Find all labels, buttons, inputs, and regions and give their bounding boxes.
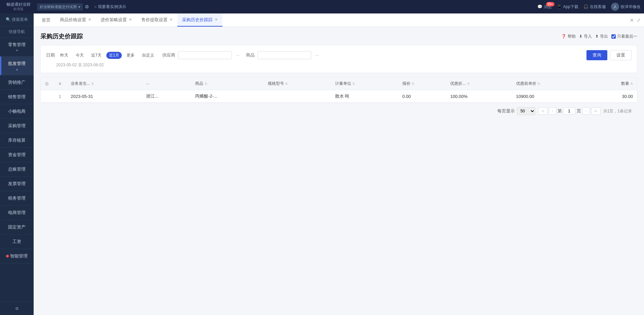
help-btn[interactable]: ❓ 帮助: [561, 34, 576, 39]
sort-icon[interactable]: ⇅: [630, 82, 633, 85]
date-btn-more[interactable]: 更多: [124, 52, 137, 59]
setting-button[interactable]: 设置: [610, 50, 632, 60]
help-label: 帮助: [568, 34, 576, 39]
row-price-cell: 0.00: [398, 90, 446, 103]
tab-history-price[interactable]: 采购历史价跟踪 ✕: [177, 13, 222, 27]
page-title: 采购历史价跟踪: [40, 32, 83, 40]
sidebar-item-smart[interactable]: 智能管理: [0, 249, 34, 264]
sidebar-item-purchase[interactable]: 采购管理: [0, 119, 34, 133]
col-price-label: 报价: [402, 81, 410, 86]
first-page-btn[interactable]: ⊲: [538, 107, 547, 115]
sort-icon[interactable]: ⇅: [537, 82, 540, 85]
message-btn[interactable]: 💬 消息 99+: [537, 4, 552, 10]
sidebar-settings-btn[interactable]: ⚙: [0, 302, 34, 315]
only-last-label: 只看最后一: [617, 34, 637, 39]
sidebar-item-assets[interactable]: 固定资产: [0, 220, 34, 235]
row-original-price-cell: 10900.00: [512, 90, 589, 103]
date-btn-yesterday[interactable]: 昨天: [58, 52, 71, 59]
table-gear-icon[interactable]: ⚙: [45, 81, 49, 86]
supplier-more-btn[interactable]: ···: [235, 51, 241, 59]
supplier-filter-label: 供应商: [162, 52, 175, 58]
sidebar-item-label: 固定资产: [8, 224, 26, 230]
sidebar-item-ecommerce-small[interactable]: 小畅电商: [0, 104, 34, 119]
date-btn-last1month[interactable]: 近1月: [106, 52, 122, 59]
demo-link[interactable]: 我要看实例演示: [94, 4, 126, 10]
date-btn-custom[interactable]: 自定义: [139, 52, 157, 59]
sidebar-item-label: 采购管理: [8, 123, 26, 129]
filter-row: 日期 昨天 今天 近7天 近1月 更多 自定义 供应商: [46, 50, 632, 60]
sort-icon[interactable]: ⇅: [285, 82, 288, 85]
sort-icon[interactable]: ⇅: [205, 82, 207, 85]
tab-close-icon[interactable]: ✕: [88, 18, 91, 22]
col-product-label: 商品: [195, 81, 203, 86]
export-icon: ⬆: [595, 34, 599, 39]
page-num-input[interactable]: [563, 107, 575, 115]
date-options: 昨天 今天 近7天 近1月 更多 自定义: [58, 52, 157, 59]
last-page-btn[interactable]: ⊳: [591, 107, 601, 115]
col-original-price-label: 优惠前单价: [516, 81, 536, 86]
sidebar-item-marketing[interactable]: 营销推广: [0, 75, 34, 90]
sidebar-nav-label: 快捷导航: [9, 29, 25, 34]
sidebar-search[interactable]: 🔍 搜索菜单: [0, 13, 34, 26]
product-input[interactable]: [257, 51, 311, 59]
sidebar-quick-nav[interactable]: 快捷导航: [0, 26, 34, 38]
sidebar-item-invoice[interactable]: 发票管理: [0, 177, 34, 191]
edition-selector[interactable]: 好业财标准版交付试用 ▾: [37, 3, 83, 10]
date-range-display: 2023-05-02 至 2023-06-02: [56, 62, 632, 68]
search-icon: 🔍: [6, 17, 11, 22]
tab-price[interactable]: 商品价格设置 ✕: [55, 13, 96, 27]
date-btn-today[interactable]: 今天: [73, 52, 86, 59]
only-last-checkbox-input[interactable]: [611, 34, 616, 39]
tab-close-icon[interactable]: ✕: [215, 18, 218, 22]
col-more: ···: [142, 77, 191, 90]
sidebar-item-wholesale[interactable]: 批发管理 ▴: [0, 57, 34, 75]
sort-icon[interactable]: ⇅: [91, 82, 94, 85]
only-last-toggle[interactable]: 只看最后一: [611, 34, 637, 39]
app-download-btn[interactable]: 📱 App下载: [557, 4, 578, 10]
sidebar-item-inventory[interactable]: 库存核算: [0, 133, 34, 148]
export-btn[interactable]: ⬆ 导出: [595, 34, 608, 39]
tab-sale-strategy[interactable]: 售价提取设置 ✕: [137, 13, 177, 27]
sidebar-item-ecommerce[interactable]: 电商管理: [0, 206, 34, 220]
page-size-select[interactable]: 50 20 100 200: [517, 107, 535, 115]
tab-label: 售价提取设置: [141, 17, 168, 23]
col-num: #: [53, 77, 67, 90]
col-unit-label: 计量单位: [335, 81, 351, 86]
product-more-btn[interactable]: ···: [314, 51, 320, 59]
page-actions: ❓ 帮助 ⬇ 导入 ⬆ 导出 只看最后一: [561, 34, 637, 39]
tab-maximize-btn[interactable]: ⤢: [637, 18, 641, 23]
tab-label: 进价策略设置: [101, 17, 127, 23]
tab-close-icon[interactable]: ✕: [170, 18, 173, 22]
tab-purchase-strategy[interactable]: 进价策略设置 ✕: [96, 13, 137, 27]
sort-icon[interactable]: ⇅: [352, 82, 355, 85]
import-btn[interactable]: ⬇ 导入: [579, 34, 592, 39]
col-date: 业务发生... ⇅: [67, 77, 142, 90]
supplier-input[interactable]: [178, 51, 232, 59]
sort-icon[interactable]: ⇅: [412, 82, 414, 85]
online-service-btn[interactable]: 🎧 在线客服: [583, 4, 606, 10]
col-discount-label: 优惠折...: [450, 81, 466, 86]
sidebar-item-salary[interactable]: 工资: [0, 235, 34, 249]
sidebar-item-ledger[interactable]: 总账管理: [0, 162, 34, 177]
next-page-btn[interactable]: ›: [582, 107, 590, 115]
tab-close-icon[interactable]: ✕: [129, 18, 132, 22]
date-btn-last7[interactable]: 近7天: [88, 52, 104, 59]
col-product: 商品 ⇅: [191, 77, 263, 90]
prev-page-btn[interactable]: ‹: [549, 107, 556, 115]
tab-home[interactable]: 首页: [37, 13, 55, 27]
page-nav: ⊲ ‹ 第 页 › ⊳: [538, 107, 601, 115]
settings-icon[interactable]: ⚙: [85, 4, 89, 9]
sidebar-item-sales[interactable]: 销售管理: [0, 90, 34, 104]
app-logo: 畅捷通好业财 标准版: [3, 2, 34, 11]
row-unit-cell: 散水 吨: [331, 90, 398, 103]
query-button[interactable]: 查询: [586, 50, 607, 60]
sidebar-item-finance[interactable]: 资金管理: [0, 148, 34, 162]
sidebar-item-retail[interactable]: 零售管理 ▾: [0, 38, 34, 57]
sort-icon[interactable]: ⇅: [467, 82, 470, 85]
import-icon: ⬇: [579, 34, 582, 39]
tab-close-window-btn[interactable]: ✕: [630, 18, 634, 23]
row-product-cell: 丙烯酸-2-...: [191, 90, 263, 103]
user-profile-btn[interactable]: 人 徐泽华修改: [611, 3, 641, 11]
sidebar-item-tax[interactable]: 税务管理: [0, 191, 34, 206]
sidebar-item-label: 销售管理: [8, 94, 26, 100]
